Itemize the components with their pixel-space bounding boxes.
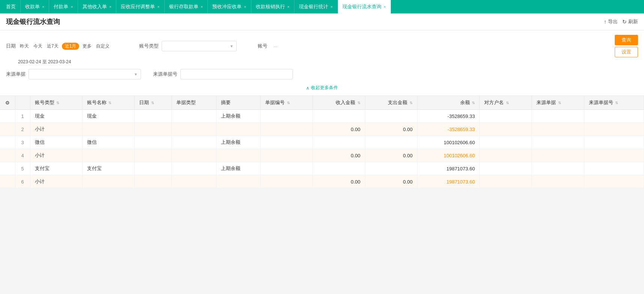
table-row[interactable]: 4 小计 0.00 0.00 100102606.60: [0, 149, 644, 162]
nav-tab-cash-bank-flow[interactable]: 现金银行流水查询 ×: [338, 0, 391, 13]
td-summary: 上期余额: [216, 110, 260, 123]
nav-tab-receipt-verify[interactable]: 收款核销执行 ×: [251, 0, 294, 13]
td-source-doc-num: [584, 162, 644, 175]
sort-icon: ⇅: [151, 101, 154, 105]
close-icon[interactable]: ×: [384, 4, 386, 9]
close-icon[interactable]: ×: [42, 4, 44, 9]
th-doc-type: 单据类型: [172, 96, 216, 110]
td-source-doc: [532, 175, 584, 188]
td-account-name: [82, 123, 134, 136]
source-doc-num-label: 来源单据号: [153, 71, 177, 78]
td-source-doc: [532, 136, 584, 149]
td-settings: [0, 149, 15, 162]
header-actions: ↑ 导出 ↻ 刷新: [604, 18, 638, 25]
refresh-button[interactable]: ↻ 刷新: [622, 18, 638, 25]
td-settings: [0, 123, 15, 136]
table-row[interactable]: 6 小计 0.00 0.00 19871073.60: [0, 175, 644, 188]
th-expense[interactable]: 支出金额 ⇅: [365, 96, 417, 110]
th-balance[interactable]: 余额 ⇅: [417, 96, 479, 110]
th-counterparty[interactable]: 对方户名 ⇅: [480, 96, 532, 110]
chevron-down-icon: ▼: [230, 44, 233, 48]
td-account-name: [82, 175, 134, 188]
sort-icon: ⇅: [56, 101, 59, 105]
nav-tab-other-income[interactable]: 其他收入单 ×: [78, 0, 116, 13]
td-balance: 19871073.60: [417, 162, 479, 175]
td-expense: [365, 136, 417, 149]
th-doc-num[interactable]: 单据编号 ⇅: [261, 96, 313, 110]
nav-tab-bank-deposit[interactable]: 银行存取款单 ×: [165, 0, 208, 13]
th-source-doc[interactable]: 来源单据 ⇅: [532, 96, 584, 110]
close-icon[interactable]: ×: [330, 4, 333, 9]
table-row[interactable]: 3 微信 微信 上期余额 100102606.60: [0, 136, 644, 149]
account-label: 账号: [258, 43, 267, 49]
th-source-doc-num[interactable]: 来源单据号 ⇅: [584, 96, 644, 110]
table-row[interactable]: 5 支付宝 支付宝 上期余额 19871073.60: [0, 162, 644, 175]
td-source-doc-num: [584, 136, 644, 149]
td-income: [313, 136, 365, 149]
td-expense: 0.00: [365, 123, 417, 136]
filter-area: 日期 昨天 今天 近7天 近1月 更多 自定义 账号类型 ▼ 账号 ···: [0, 30, 644, 96]
shortcut-more[interactable]: 更多: [81, 43, 93, 50]
account-type-select[interactable]: ▼: [162, 41, 237, 51]
td-counterparty: [480, 123, 532, 136]
td-balance: -3528659.33: [417, 123, 479, 136]
close-icon[interactable]: ×: [71, 4, 73, 9]
close-icon[interactable]: ×: [244, 4, 246, 9]
close-icon[interactable]: ×: [157, 4, 159, 9]
nav-tab-home[interactable]: 首页: [2, 0, 21, 13]
close-icon[interactable]: ×: [287, 4, 290, 9]
td-income: 0.00: [313, 175, 365, 188]
td-account-type: 微信: [30, 136, 82, 149]
td-account-type: 支付宝: [30, 162, 82, 175]
sort-icon: ⇅: [558, 101, 561, 105]
td-doc-type: [172, 123, 216, 136]
source-doc-filter-group: 来源单据 ▼: [6, 69, 141, 79]
td-balance: -3528659.33: [417, 110, 479, 123]
shortcut-yesterday[interactable]: 昨天: [19, 43, 30, 50]
th-income[interactable]: 收入金额 ⇅: [313, 96, 365, 110]
sort-icon: ⇅: [357, 101, 360, 105]
nav-tab-receipt[interactable]: 收款单 ×: [21, 0, 49, 13]
query-button[interactable]: 查询: [615, 35, 638, 45]
date-label: 日期: [6, 43, 16, 49]
close-icon[interactable]: ×: [109, 4, 111, 9]
table-row[interactable]: 1 现金 现金 上期余额 -3528659.33: [0, 110, 644, 123]
page-title: 现金银行流水查询: [6, 17, 60, 26]
td-income: 0.00: [313, 123, 365, 136]
table-header-row: ⚙ 账号类型 ⇅ 账号名称 ⇅ 日期 ⇅ 单据类型: [0, 96, 644, 110]
th-settings[interactable]: ⚙: [0, 96, 15, 110]
sort-icon: ⇅: [108, 101, 111, 105]
td-source-doc-num: [584, 123, 644, 136]
shortcut-today[interactable]: 今天: [32, 43, 44, 50]
th-date[interactable]: 日期 ⇅: [135, 96, 172, 110]
td-settings: [0, 175, 15, 188]
th-account-type[interactable]: 账号类型 ⇅: [30, 96, 82, 110]
nav-tab-cash-bank-stat[interactable]: 现金银行统计 ×: [294, 0, 338, 13]
settings-button[interactable]: 设置: [615, 47, 638, 57]
td-source-doc-num: [584, 175, 644, 188]
nav-tab-ar-ap-adjust[interactable]: 应收应付调整单 ×: [116, 0, 164, 13]
shortcut-1month[interactable]: 近1月: [62, 43, 80, 50]
close-icon[interactable]: ×: [201, 4, 203, 9]
date-filter-group: 日期 昨天 今天 近7天 近1月 更多 自定义: [6, 43, 111, 50]
th-account-name[interactable]: 账号名称 ⇅: [82, 96, 134, 110]
td-doc-num: [261, 162, 313, 175]
td-counterparty: [480, 162, 532, 175]
account-dots[interactable]: ···: [273, 43, 278, 49]
td-doc-num: [261, 136, 313, 149]
td-source-doc: [532, 123, 584, 136]
shortcut-custom[interactable]: 自定义: [95, 43, 111, 50]
shortcut-7days[interactable]: 近7天: [46, 43, 60, 50]
table-row[interactable]: 2 小计 0.00 0.00 -3528659.33: [0, 123, 644, 136]
export-button[interactable]: ↑ 导出: [604, 18, 618, 25]
th-summary: 摘要: [216, 96, 260, 110]
td-doc-type: [172, 149, 216, 162]
nav-tab-payment[interactable]: 付款单 ×: [49, 0, 78, 13]
td-date: [135, 149, 172, 162]
source-doc-num-input[interactable]: [180, 69, 293, 79]
nav-tab-prepay-offset[interactable]: 预收冲应收单 ×: [208, 0, 251, 13]
td-row-num: 1: [15, 110, 30, 123]
td-source-doc-num: [584, 110, 644, 123]
collapse-bar[interactable]: ∧ 收起更多条件: [6, 83, 638, 93]
source-doc-select[interactable]: ▼: [29, 69, 141, 79]
